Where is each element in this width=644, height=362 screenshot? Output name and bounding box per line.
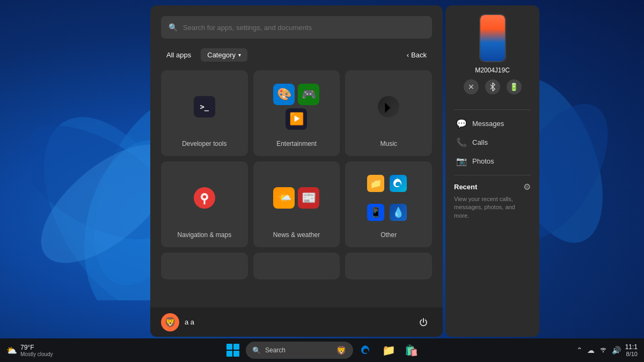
search-input[interactable] xyxy=(183,24,425,32)
win-logo-br xyxy=(233,351,239,357)
phone-panel: M2004J19C ✕ 🔋 💬 Messages 📞 Calls 📷 Photo… xyxy=(445,5,539,337)
power-button[interactable] xyxy=(415,314,432,331)
svg-point-8 xyxy=(203,195,206,198)
clock-date: 8/10 xyxy=(625,351,638,357)
weather-description: Mostly cloudy xyxy=(20,351,53,357)
search-bar[interactable]: 🔍 xyxy=(161,16,432,39)
edge-icon xyxy=(390,175,407,192)
apps-header: All apps Category ▾ ‹ Back xyxy=(161,48,432,62)
svg-rect-9 xyxy=(603,351,604,352)
taskbar-center: 🔍 Search 🦁 📁 🛍️ xyxy=(223,341,421,360)
paint-icon: 🎨 xyxy=(273,84,295,105)
win-logo-tl xyxy=(226,344,232,350)
weather-icon: 🌤️ xyxy=(273,187,295,209)
category-music[interactable]: ⏵ Music xyxy=(345,70,432,156)
news-icon: 📰 xyxy=(298,187,319,209)
chevron-down-icon: ▾ xyxy=(238,52,241,58)
music-label: Music xyxy=(380,140,397,147)
chevron-up-icon[interactable]: ⌃ xyxy=(576,346,583,354)
taskbar-search-lion: 🦁 xyxy=(336,345,347,356)
category-developer-tools[interactable]: >_ Developer tools xyxy=(161,70,248,156)
volume-icon[interactable]: 🔊 xyxy=(612,346,621,354)
entertainment-label: Entertainment xyxy=(276,140,317,147)
windows-logo xyxy=(226,344,239,357)
other-label: Other xyxy=(380,231,397,239)
divider-2 xyxy=(454,175,531,175)
taskbar-store-button[interactable]: 🛍️ xyxy=(401,341,421,360)
partial-item-2 xyxy=(253,253,340,279)
phone-disconnect-button[interactable]: ✕ xyxy=(464,79,479,94)
divider-1 xyxy=(454,109,531,110)
back-label: Back xyxy=(411,51,427,59)
search-icon: 🔍 xyxy=(169,23,178,32)
taskbar-right: ⌃ ☁ 🔊 11:1 8/10 xyxy=(576,343,638,357)
taskbar-left: ⛅ 79°F Mostly cloudy xyxy=(6,344,58,357)
phone-name: M2004J19C xyxy=(475,67,510,74)
user-info[interactable]: 🦁 a a xyxy=(161,313,194,331)
other-icon2: 💧 xyxy=(390,204,407,221)
apps-header-left: All apps Category ▾ xyxy=(161,48,247,62)
wifi-icon[interactable] xyxy=(599,345,608,356)
apps-grid: >_ Developer tools 🎨 🎮 ▶️ Entertainment xyxy=(161,70,432,247)
music-icons: ⏵ xyxy=(354,79,423,135)
weather-temperature: 79°F xyxy=(20,344,53,351)
navigation-label: Navigation & maps xyxy=(177,231,231,239)
phone-image xyxy=(479,14,506,62)
bluetooth-icon xyxy=(489,83,496,91)
category-navigation[interactable]: Navigation & maps xyxy=(161,161,248,247)
phone-bluetooth-button[interactable] xyxy=(485,79,500,94)
desktop: 🔍 All apps Category ▾ ‹ Back > xyxy=(0,0,644,362)
taskbar-explorer-button[interactable]: 📁 xyxy=(379,341,398,360)
navigation-icons xyxy=(170,170,239,226)
avatar: 🦁 xyxy=(161,313,179,331)
start-footer: 🦁 a a xyxy=(150,307,443,337)
calls-label: Calls xyxy=(472,138,488,146)
phone-battery-button[interactable]: 🔋 xyxy=(507,79,522,94)
all-apps-button[interactable]: All apps xyxy=(161,48,196,62)
news-weather-icons: 🌤️ 📰 xyxy=(262,170,332,226)
bottom-partial-row xyxy=(161,253,432,279)
photos-label: Photos xyxy=(472,157,494,165)
files-icon: 📁 xyxy=(367,175,384,192)
category-entertainment[interactable]: 🎨 🎮 ▶️ Entertainment xyxy=(253,70,340,156)
partial-item-1 xyxy=(161,253,248,279)
messages-icon: 💬 xyxy=(456,119,467,129)
category-news-weather[interactable]: 🌤️ 📰 News & weather xyxy=(253,161,340,247)
taskbar-search-icon: 🔍 xyxy=(252,346,261,354)
phone-actions: ✕ 🔋 xyxy=(464,79,522,94)
phone-menu-photos[interactable]: 📷 Photos xyxy=(454,152,531,171)
recent-header: Recent ⚙ xyxy=(454,182,531,192)
clock[interactable]: 11:1 8/10 xyxy=(625,343,638,357)
phone-screen xyxy=(480,15,505,61)
music-player-icon: ⏵ xyxy=(378,96,399,117)
phone-menu-messages[interactable]: 💬 Messages xyxy=(454,114,531,133)
weather-info: 79°F Mostly cloudy xyxy=(20,344,53,357)
partial-item-3 xyxy=(345,253,432,279)
user-name: a a xyxy=(185,318,194,326)
network-icon[interactable]: ☁ xyxy=(587,346,595,354)
power-icon xyxy=(418,317,429,328)
developer-tools-label: Developer tools xyxy=(182,140,226,147)
recent-settings-icon[interactable]: ⚙ xyxy=(523,182,531,192)
recent-desc: View your recent calls, messages, photos… xyxy=(454,195,531,220)
weather-cloud-icon: ⛅ xyxy=(6,345,17,356)
category-other[interactable]: 📁 📱 💧 Other xyxy=(345,161,432,247)
category-button[interactable]: Category ▾ xyxy=(201,48,247,62)
phone-link-icon: 📱 xyxy=(367,204,384,221)
windows-start-button[interactable] xyxy=(223,341,243,360)
taskbar-edge-button[interactable] xyxy=(356,341,376,360)
taskbar-search-bar[interactable]: 🔍 Search 🦁 xyxy=(246,342,353,359)
movies-icon: ▶️ xyxy=(286,108,307,130)
phone-menu-calls[interactable]: 📞 Calls xyxy=(454,133,531,152)
back-button[interactable]: ‹ Back xyxy=(401,48,432,62)
news-weather-label: News & weather xyxy=(273,231,320,239)
recent-section: Recent ⚙ View your recent calls, message… xyxy=(454,182,531,220)
category-label: Category xyxy=(207,51,236,59)
taskbar: ⛅ 79°F Mostly cloudy 🔍 Search � xyxy=(0,338,644,362)
developer-tools-icons: >_ xyxy=(170,79,239,135)
win-logo-tr xyxy=(233,344,239,350)
taskbar-search-text: Search xyxy=(265,346,286,354)
recent-title: Recent xyxy=(454,183,477,191)
terminal-icon: >_ xyxy=(194,96,215,117)
entertainment-icons: 🎨 🎮 ▶️ xyxy=(262,79,332,135)
